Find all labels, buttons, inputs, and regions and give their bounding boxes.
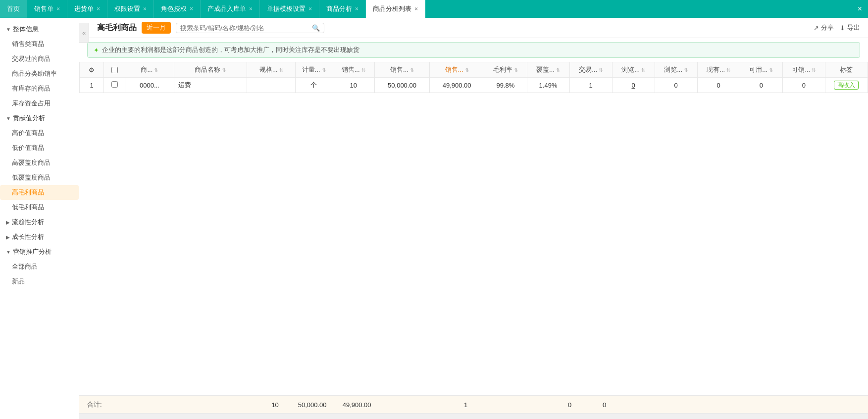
close-finished-goods[interactable]: ×	[249, 5, 253, 12]
sidebar-item-low-value[interactable]: 低价值商品	[0, 140, 79, 155]
close-product-analysis-list[interactable]: ×	[414, 5, 418, 12]
sort-browse2-icon: ⇅	[684, 67, 688, 73]
sort-sales-amt-icon: ⇅	[410, 67, 414, 73]
sidebar-group-overall[interactable]: ▼ 整体信息	[0, 22, 79, 37]
th-gross-rate[interactable]: 毛利率 ⇅	[484, 62, 527, 78]
cell-sellable: 0	[782, 78, 825, 93]
cell-stock: 0	[697, 78, 740, 93]
close-purchase-order[interactable]: ×	[97, 5, 100, 12]
th-browse2[interactable]: 浏览... ⇅	[655, 62, 697, 78]
th-code[interactable]: 商... ⇅	[125, 62, 174, 78]
th-sellable[interactable]: 可销... ⇅	[782, 62, 825, 78]
arrow-growth: ▶	[6, 234, 10, 240]
filter-recent-month-button[interactable]: 近一月	[142, 22, 171, 34]
th-checkbox[interactable]	[104, 62, 125, 78]
nav-sales-order[interactable]: 销售单 ×	[27, 0, 67, 18]
arrow-overall: ▼	[6, 27, 11, 32]
th-browse1[interactable]: 浏览... ⇅	[612, 62, 655, 78]
th-avail[interactable]: 可用... ⇅	[740, 62, 782, 78]
sidebar-group-trend[interactable]: ▶ 流趋性分析	[0, 215, 79, 230]
sidebar-group-contribution[interactable]: ▼ 贡献值分析	[0, 111, 79, 126]
sort-coverage-icon: ⇅	[556, 67, 560, 73]
sidebar-item-all-goods[interactable]: 全部商品	[0, 259, 79, 274]
cell-tag: 高收入	[825, 78, 868, 93]
close-product-analysis[interactable]: ×	[355, 5, 358, 12]
footer-values: 10 50,000.00 49,900.00 1 0 0	[112, 401, 860, 409]
search-icon[interactable]: 🔍	[312, 24, 320, 32]
browse1-link[interactable]: 0	[632, 82, 635, 89]
sort-stock-icon: ⇅	[726, 67, 730, 73]
sidebar-item-stock-capital[interactable]: 库存资金占用	[0, 96, 79, 111]
nav-permission-settings[interactable]: 权限设置 ×	[107, 0, 154, 18]
table-container[interactable]: ⚙ 商... ⇅ 商品名称	[79, 62, 868, 395]
page-title: 高毛利商品	[97, 23, 137, 33]
th-spec[interactable]: 规格... ⇅	[247, 62, 296, 78]
close-permission-settings[interactable]: ×	[143, 5, 147, 12]
close-sales-order[interactable]: ×	[56, 5, 60, 12]
cell-code: 0000...	[125, 78, 174, 93]
sidebar-item-low-margin[interactable]: 低毛利商品	[0, 200, 79, 215]
sidebar-group-growth[interactable]: ▶ 成长性分析	[0, 230, 79, 244]
sidebar-item-high-coverage[interactable]: 高覆盖度商品	[0, 155, 79, 170]
bottom-scrollbar[interactable]	[79, 413, 868, 419]
nav-doc-template[interactable]: 单据模板设置 ×	[260, 0, 319, 18]
table-row: 1 0000... 运费 个 10 50,000.00 49,900.00 99…	[80, 78, 868, 93]
cell-browse1[interactable]: 0	[612, 78, 655, 93]
nav-purchase-order[interactable]: 进货单 ×	[67, 0, 107, 18]
sort-code-icon: ⇅	[154, 67, 158, 73]
th-name[interactable]: 商品名称 ⇅	[174, 62, 247, 78]
sort-spec-icon: ⇅	[279, 67, 283, 73]
th-sales-qty[interactable]: 销售... ⇅	[332, 62, 375, 78]
sidebar-collapse-button[interactable]: «	[79, 23, 89, 43]
cell-sales-cost: 49,900.00	[429, 78, 484, 93]
sidebar-item-in-stock-goods[interactable]: 有库存的商品	[0, 81, 79, 96]
close-role-auth[interactable]: ×	[190, 5, 193, 12]
top-nav: 首页 销售单 × 进货单 × 权限设置 × 角色授权 × 产成品入库单 × 单据…	[0, 0, 868, 18]
footer-sales-amt: 50,000.00	[290, 401, 335, 409]
th-stock[interactable]: 现有... ⇅	[697, 62, 740, 78]
table-header-row: ⚙ 商... ⇅ 商品名称	[80, 62, 868, 78]
data-table: ⚙ 商... ⇅ 商品名称	[79, 62, 868, 93]
search-box: 🔍	[176, 23, 324, 33]
nav-role-auth[interactable]: 角色授权 ×	[154, 0, 201, 18]
tag-badge: 高收入	[834, 81, 859, 90]
th-tag: 标签	[825, 62, 868, 78]
th-trade[interactable]: 交易... ⇅	[569, 62, 612, 78]
sidebar-item-high-margin[interactable]: 高毛利商品	[0, 185, 79, 200]
nav-finished-goods[interactable]: 产成品入库单 ×	[201, 0, 260, 18]
row-checkbox[interactable]	[111, 81, 118, 88]
content-area: « 高毛利商品 近一月 🔍 ↗ 分享 ⬇ 导出 ✦	[79, 18, 868, 419]
sort-sales-qty-icon: ⇅	[361, 67, 365, 73]
export-button[interactable]: ⬇ 导出	[840, 23, 860, 32]
sidebar-item-category-sales-rate[interactable]: 商品分类助销率	[0, 66, 79, 81]
sidebar-item-sales-goods[interactable]: 销售类商品	[0, 37, 79, 51]
sidebar-item-new-goods[interactable]: 新品	[0, 274, 79, 289]
th-sales-cost[interactable]: 销售... ⇅	[429, 62, 484, 78]
th-sales-amt[interactable]: 销售... ⇅	[375, 62, 430, 78]
cell-check[interactable]	[104, 78, 125, 93]
cell-gross-rate: 99.8%	[484, 78, 527, 93]
th-settings[interactable]: ⚙	[80, 62, 104, 78]
sort-gross-rate-icon: ⇅	[514, 67, 518, 73]
arrow-contribution: ▼	[6, 116, 11, 121]
cell-spec	[247, 78, 296, 93]
close-doc-template[interactable]: ×	[308, 5, 312, 12]
settings-icon[interactable]: ⚙	[89, 66, 95, 74]
sidebar-group-marketing[interactable]: ▼ 营销推广分析	[0, 244, 79, 259]
sort-browse1-icon: ⇅	[641, 67, 645, 73]
th-unit[interactable]: 计量... ⇅	[296, 62, 332, 78]
info-banner-text: 企业的主要的利润都是这部分商品创造的，可考虑加大推广，同时关注库存是不要出现缺货	[102, 46, 359, 54]
nav-product-analysis-list[interactable]: 商品分析列表 ×	[366, 0, 425, 18]
sidebar-item-low-coverage[interactable]: 低覆盖度商品	[0, 170, 79, 185]
sidebar-item-high-value[interactable]: 高价值商品	[0, 126, 79, 140]
share-button[interactable]: ↗ 分享	[814, 23, 834, 32]
th-coverage[interactable]: 覆盖... ⇅	[527, 62, 569, 78]
select-all-checkbox[interactable]	[111, 67, 118, 73]
window-close-button[interactable]: ×	[852, 0, 868, 18]
sidebar-item-traded-goods[interactable]: 交易过的商品	[0, 51, 79, 66]
cell-avail: 0	[740, 78, 782, 93]
nav-product-analysis[interactable]: 商品分析 ×	[319, 0, 366, 18]
nav-home[interactable]: 首页	[0, 0, 27, 18]
search-input[interactable]	[180, 24, 312, 32]
sidebar: ▼ 整体信息 销售类商品 交易过的商品 商品分类助销率 有库存的商品 库存资金占…	[0, 18, 79, 419]
